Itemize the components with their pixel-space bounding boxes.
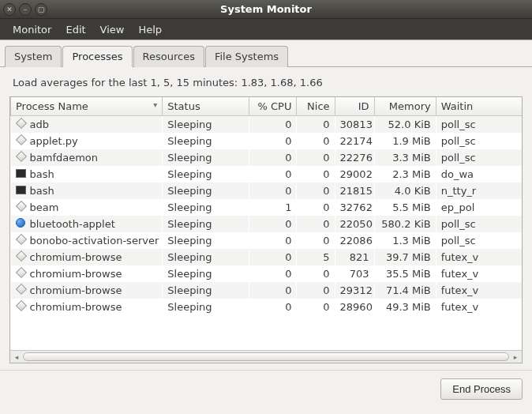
column-header-id[interactable]: ID [335, 97, 374, 116]
process-nice: 0 [297, 199, 335, 216]
table-row[interactable]: chromium-browseSleeping002931271.4 MiBfu… [11, 282, 523, 299]
process-nice: 0 [297, 216, 335, 232]
end-process-button[interactable]: End Process [440, 378, 523, 400]
table-row[interactable]: chromium-browseSleeping0070335.5 MiBfute… [11, 265, 523, 282]
process-name: bluetooth-applet [30, 218, 115, 230]
process-id: 703 [335, 265, 374, 282]
column-header-status[interactable]: Status [163, 97, 249, 116]
process-mem: 580.2 KiB [374, 216, 436, 232]
process-mem: 3.3 MiB [374, 149, 436, 166]
process-icon [16, 268, 27, 279]
process-name-cell: bamfdaemon [11, 149, 163, 166]
process-name-cell: bluetooth-applet [11, 216, 163, 232]
process-id: 22276 [335, 149, 374, 166]
action-bar: End Process [0, 370, 532, 408]
process-nice: 0 [297, 149, 335, 166]
process-wait: futex_v [436, 299, 522, 315]
table-row[interactable]: bonobo-activation-serverSleeping00220861… [11, 232, 523, 249]
scroll-right-icon[interactable]: ▸ [510, 352, 521, 361]
process-name: bamfdaemon [30, 152, 99, 164]
process-cpu: 0 [249, 232, 297, 249]
process-icon [16, 152, 27, 163]
process-cpu: 0 [249, 133, 297, 149]
process-cpu: 0 [249, 183, 297, 199]
process-status: Sleeping [163, 232, 249, 249]
table-row[interactable]: adbSleeping003081352.0 KiBpoll_sc [11, 116, 523, 134]
column-header-memory[interactable]: Memory [374, 97, 436, 116]
process-cpu: 1 [249, 199, 297, 216]
process-name: applet.py [30, 135, 78, 147]
process-nice: 0 [297, 133, 335, 149]
process-wait: poll_sc [436, 116, 522, 134]
menu-edit[interactable]: Edit [59, 21, 92, 38]
process-name-cell: bash [11, 183, 163, 199]
process-mem: 71.4 MiB [374, 282, 436, 299]
process-nice: 0 [297, 299, 335, 315]
menu-view[interactable]: View [94, 21, 131, 38]
process-icon [16, 235, 27, 246]
bluetooth-icon [16, 218, 27, 229]
horizontal-scrollbar[interactable]: ◂ ▸ [10, 350, 522, 363]
table-row[interactable]: beamSleeping10327625.5 MiBep_pol [11, 199, 523, 216]
menu-monitor[interactable]: Monitor [6, 21, 58, 38]
process-wait: futex_v [436, 265, 522, 282]
table-row[interactable]: chromium-browseSleeping0582139.7 MiBfute… [11, 249, 523, 265]
process-name: beam [30, 201, 59, 213]
process-name-cell: applet.py [11, 133, 163, 149]
tab-system[interactable]: System [5, 46, 62, 67]
close-icon[interactable]: ✕ [3, 3, 16, 16]
process-name: chromium-browse [30, 251, 122, 263]
load-average-text: Load averages for the last 1, 5, 15 minu… [0, 67, 532, 96]
table-row[interactable]: bashSleeping00290022.3 MiBdo_wa [11, 166, 523, 183]
process-icon [16, 251, 27, 262]
process-mem: 1.3 MiB [374, 232, 436, 249]
process-icon [16, 284, 27, 295]
tab-file-systems[interactable]: File Systems [205, 46, 288, 67]
tab-resources[interactable]: Resources [133, 46, 204, 67]
scroll-left-icon[interactable]: ◂ [11, 352, 22, 361]
process-table: Process NameStatus% CPUNiceIDMemoryWaiti… [9, 96, 523, 363]
process-status: Sleeping [163, 199, 249, 216]
process-status: Sleeping [163, 166, 249, 183]
statusbar [0, 408, 532, 414]
process-status: Sleeping [163, 282, 249, 299]
maximize-icon[interactable]: ▢ [35, 3, 47, 16]
table-row[interactable]: applet.pySleeping00221741.9 MiBpoll_sc [11, 133, 523, 149]
process-id: 21815 [335, 183, 374, 199]
process-id: 22174 [335, 133, 374, 149]
process-name-cell: chromium-browse [11, 265, 163, 282]
process-cpu: 0 [249, 299, 297, 315]
tab-processes[interactable]: Processes [62, 46, 132, 67]
tab-strip: SystemProcessesResourcesFile Systems [0, 40, 532, 67]
table-row[interactable]: bluetooth-appletSleeping0022050580.2 KiB… [11, 216, 523, 232]
process-wait: poll_sc [436, 149, 522, 166]
process-wait: futex_v [436, 249, 522, 265]
menu-help[interactable]: Help [132, 21, 168, 38]
process-mem: 52.0 KiB [374, 116, 436, 134]
process-cpu: 0 [249, 149, 297, 166]
process-cpu: 0 [249, 249, 297, 265]
process-name: bash [30, 185, 54, 197]
process-name-cell: bonobo-activation-server [11, 232, 163, 249]
window-title: System Monitor [0, 3, 532, 15]
process-name: chromium-browse [30, 268, 122, 280]
process-mem: 49.3 MiB [374, 299, 436, 315]
scrollbar-thumb[interactable] [23, 352, 509, 361]
process-id: 30813 [335, 116, 374, 134]
table-row[interactable]: chromium-browseSleeping002896049.3 MiBfu… [11, 299, 523, 315]
process-name: chromium-browse [30, 284, 122, 296]
table-row[interactable]: bamfdaemonSleeping00222763.3 MiBpoll_sc [11, 149, 523, 166]
minimize-icon[interactable]: – [19, 3, 32, 16]
column-header-waitin[interactable]: Waitin [436, 97, 522, 116]
process-nice: 0 [297, 166, 335, 183]
table-row[interactable]: bashSleeping00218154.0 KiBn_tty_r [11, 183, 523, 199]
process-mem: 5.5 MiB [374, 199, 436, 216]
column-header-process-name[interactable]: Process Name [11, 97, 163, 116]
process-icon [16, 301, 27, 312]
column-header-nice[interactable]: Nice [297, 97, 335, 116]
process-name-cell: chromium-browse [11, 282, 163, 299]
column-header--cpu[interactable]: % CPU [249, 97, 297, 116]
process-id: 32762 [335, 199, 374, 216]
process-wait: futex_v [436, 282, 522, 299]
process-id: 22050 [335, 216, 374, 232]
